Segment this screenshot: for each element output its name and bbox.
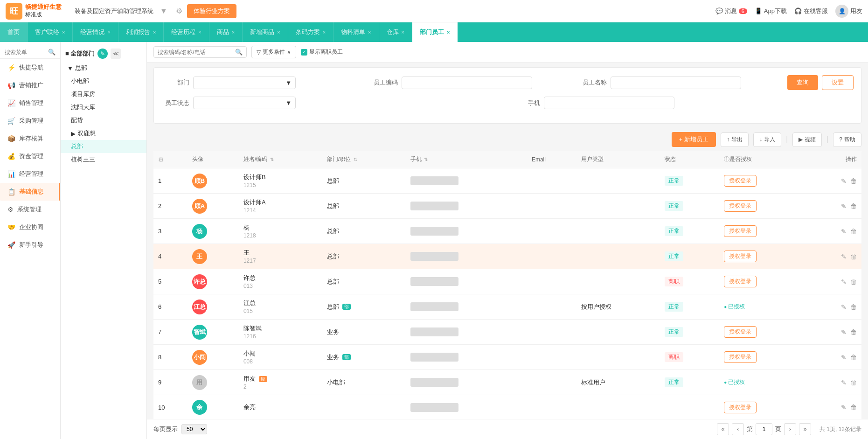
edit-icon[interactable]: ✎: [841, 303, 847, 311]
tab-profit[interactable]: 利润报告 ×: [118, 22, 164, 42]
dept-node-plant-tree[interactable]: 植树王三: [61, 153, 146, 166]
prev-page-button[interactable]: ‹: [732, 423, 744, 435]
edit-icon[interactable]: ✎: [841, 404, 847, 411]
delete-icon[interactable]: 🗑: [850, 228, 857, 235]
per-page-select[interactable]: 50 100: [181, 424, 207, 434]
edit-icon[interactable]: ✎: [841, 379, 847, 386]
app-download-action[interactable]: 📱 App下载: [755, 7, 787, 15]
show-resign-toggle[interactable]: ✓ 显示离职员工: [301, 48, 343, 56]
edit-icon[interactable]: ✎: [841, 177, 847, 185]
search-input[interactable]: [158, 49, 232, 56]
auth-button[interactable]: 授权登录: [724, 175, 757, 187]
tab-operation[interactable]: 经营情况 ×: [73, 22, 118, 42]
phone-blurred: ●●●●●●●●: [410, 328, 458, 336]
dept-node-project-room[interactable]: 项目库房: [61, 88, 146, 101]
dept-node-shenyang[interactable]: 沈阳大库: [61, 101, 146, 114]
settings-icon[interactable]: ⚙: [176, 7, 182, 15]
delete-icon[interactable]: 🗑: [850, 303, 857, 311]
auth-button[interactable]: 授权登录: [724, 200, 757, 212]
tab-dept-employee[interactable]: 部门员工 ×: [412, 22, 458, 42]
user-action[interactable]: 👤 用友: [835, 5, 862, 18]
auth-button[interactable]: 授权登录: [724, 402, 757, 413]
col-action: 操作: [808, 151, 861, 168]
sidebar-item-operation-mgmt[interactable]: 📊 经营管理: [0, 165, 60, 183]
marketing-icon: 📢: [7, 82, 15, 89]
delete-icon[interactable]: 🗑: [850, 404, 857, 411]
dept-node-doublelux[interactable]: ▶ 双鹿想: [61, 127, 146, 140]
chevron-down-icon: ▼: [285, 79, 292, 86]
edit-icon[interactable]: ✎: [841, 328, 847, 336]
delete-icon[interactable]: 🗑: [850, 202, 857, 210]
edit-icon[interactable]: ✎: [841, 278, 847, 286]
auth-button[interactable]: 授权登录: [724, 251, 757, 262]
sidebar-item-purchase[interactable]: 🛒 采购管理: [0, 112, 60, 130]
tab-customer[interactable]: 客户联络 ×: [28, 22, 73, 42]
delete-icon[interactable]: 🗑: [850, 253, 857, 260]
phone-input[interactable]: [544, 97, 674, 109]
tab-bom[interactable]: 物料清单 ×: [333, 22, 379, 42]
dept-node-head[interactable]: 总部: [61, 140, 146, 153]
avatar: 小闯: [192, 350, 207, 365]
online-service-action[interactable]: 🎧 在线客服: [794, 7, 828, 15]
row-user-type: [576, 345, 660, 370]
edit-icon[interactable]: ✎: [841, 228, 847, 235]
tab-home[interactable]: 首页: [0, 22, 28, 42]
dept-collapse-button[interactable]: ≪: [111, 49, 121, 59]
dept-node-distribution[interactable]: 配货: [61, 114, 146, 127]
try-industry-button[interactable]: 体验行业方案: [187, 4, 236, 18]
tab-goods[interactable]: 商品 ×: [209, 22, 243, 42]
dept-node-small-elec[interactable]: 小电部: [61, 75, 146, 88]
auth-button[interactable]: 授权登录: [724, 326, 757, 338]
row-phone: ●●●●●●●●: [406, 269, 527, 294]
sidebar-item-guide[interactable]: 🚀 新手引导: [0, 236, 60, 254]
query-button[interactable]: 查询: [787, 75, 818, 90]
emp-code-input[interactable]: [402, 77, 532, 89]
row-user-type: [576, 194, 660, 219]
auth-button[interactable]: 授权登录: [724, 351, 757, 363]
export-button[interactable]: ↑ 导出: [721, 132, 749, 147]
emp-status-select[interactable]: ▼: [193, 97, 296, 109]
emp-name-input[interactable]: [611, 77, 741, 89]
sidebar-search-input[interactable]: [5, 49, 48, 56]
video-button[interactable]: ▶ 视频: [792, 132, 822, 147]
import-button[interactable]: ↓ 导入: [753, 132, 781, 147]
sidebar-item-basic-info[interactable]: 📋 基础信息: [0, 183, 60, 201]
edit-icon[interactable]: ✎: [841, 202, 847, 210]
sidebar-item-collab[interactable]: 🤝 企业协同: [0, 218, 60, 236]
help-button[interactable]: ? 帮助: [833, 132, 861, 147]
row-avatar-cell: 余: [187, 395, 239, 419]
dept-select[interactable]: ▼: [193, 77, 296, 89]
tab-history[interactable]: 经营历程 ×: [164, 22, 209, 42]
sidebar-item-finance[interactable]: 💰 资金管理: [0, 147, 60, 165]
delete-icon[interactable]: 🗑: [850, 354, 857, 361]
tab-barcode[interactable]: 条码方案 ×: [288, 22, 333, 42]
edit-icon[interactable]: ✎: [841, 253, 847, 260]
row-actions: ✎🗑: [808, 320, 861, 345]
delete-icon[interactable]: 🗑: [850, 328, 857, 336]
sidebar-item-label: 系统管理: [17, 205, 42, 214]
next-page-button[interactable]: ›: [784, 423, 796, 435]
sidebar-item-system[interactable]: ⚙ 系统管理: [0, 201, 60, 218]
dept-node-general[interactable]: ▼ 总部: [61, 62, 146, 75]
edit-icon[interactable]: ✎: [841, 354, 847, 361]
auth-button[interactable]: 授权登录: [724, 225, 757, 237]
col-settings[interactable]: ⚙: [153, 151, 187, 168]
page-input[interactable]: [756, 423, 772, 435]
sidebar-item-quick-nav[interactable]: ⚡ 快捷导航: [0, 59, 60, 77]
delete-icon[interactable]: 🗑: [850, 177, 857, 185]
sidebar-item-sales[interactable]: 📈 销售管理: [0, 94, 60, 112]
more-filter-button[interactable]: ▽ 更多条件 ∧: [251, 46, 296, 58]
delete-icon[interactable]: 🗑: [850, 379, 857, 386]
auth-button[interactable]: 授权登录: [724, 276, 757, 287]
dept-edit-button[interactable]: ✎: [97, 49, 108, 59]
message-action[interactable]: 💬 消息 6: [715, 7, 747, 15]
delete-icon[interactable]: 🗑: [850, 278, 857, 286]
tab-warehouse[interactable]: 仓库 ×: [379, 22, 412, 42]
set-button[interactable]: 设置: [822, 75, 854, 90]
last-page-button[interactable]: »: [799, 423, 811, 435]
first-page-button[interactable]: «: [717, 423, 729, 435]
sidebar-item-inventory[interactable]: 📦 库存核算: [0, 130, 60, 147]
add-employee-button[interactable]: + 新增员工: [672, 132, 716, 147]
tab-new-goods[interactable]: 新增商品 ×: [243, 22, 288, 42]
sidebar-item-marketing[interactable]: 📢 营销推广: [0, 77, 60, 94]
